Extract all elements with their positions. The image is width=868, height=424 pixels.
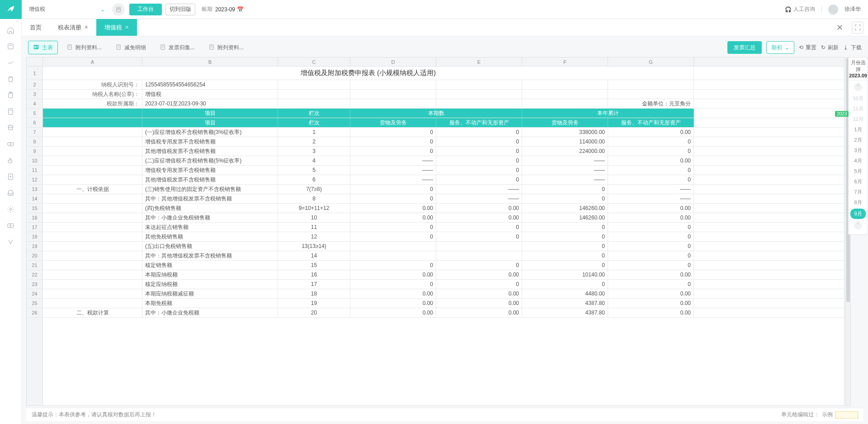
chevron-down-icon: ⌄ bbox=[100, 6, 105, 13]
user-name: 徐泽华 bbox=[844, 5, 861, 13]
workbench-button[interactable]: 工作台 bbox=[129, 4, 162, 15]
document-icon bbox=[115, 6, 122, 13]
doc-icon-button[interactable] bbox=[112, 3, 125, 16]
consult-label: 人工咨询 bbox=[793, 5, 815, 13]
feather-icon bbox=[6, 5, 16, 14]
company-name: 增值税 bbox=[29, 5, 45, 13]
period-label: 账期 bbox=[202, 5, 212, 13]
header-right: 🎧 人工咨询 徐泽华 bbox=[785, 5, 868, 14]
calendar-icon[interactable]: 📅 bbox=[237, 6, 244, 13]
app-logo bbox=[0, 0, 22, 19]
period-value[interactable]: 2023-09 bbox=[215, 6, 235, 13]
consult-link[interactable]: 🎧 人工咨询 bbox=[785, 5, 815, 13]
top-header: 增值税 ⌄ 工作台 切到旧版 账期 2023-09 📅 🎧 人工咨询 徐泽华 bbox=[0, 0, 868, 19]
avatar[interactable] bbox=[828, 5, 838, 14]
company-selector[interactable]: 增值税 ⌄ bbox=[22, 5, 112, 13]
switch-old-button[interactable]: 切到旧版 bbox=[165, 4, 195, 15]
divider bbox=[821, 6, 822, 13]
headset-icon: 🎧 bbox=[785, 6, 792, 13]
